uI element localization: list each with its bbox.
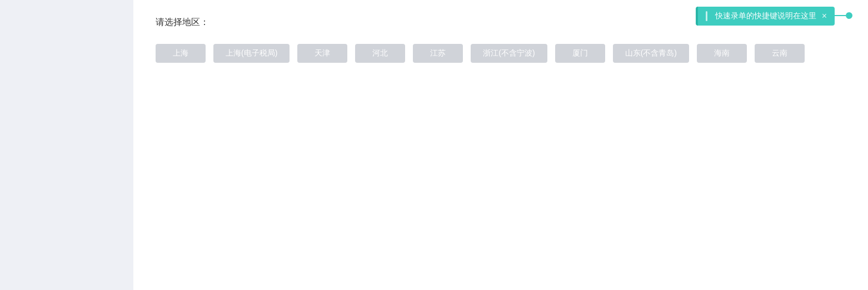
region-btn-7[interactable]: 山东(不含青岛) xyxy=(613,44,689,63)
tooltip-close-button[interactable]: × xyxy=(822,12,827,21)
main-content: 请选择地区： 上海上海(电子税局)天津河北江苏浙江(不含宁波)厦门山东(不含青岛… xyxy=(133,0,868,290)
connector-line xyxy=(835,15,846,16)
tooltip-banner: 快速录单的快捷键说明在这里 × xyxy=(696,7,835,26)
region-btn-4[interactable]: 江苏 xyxy=(413,44,463,63)
region-btn-0[interactable]: 上海 xyxy=(156,44,206,63)
region-btn-1[interactable]: 上海(电子税局) xyxy=(213,44,290,63)
region-btn-9[interactable]: 云南 xyxy=(755,44,805,63)
region-btn-2[interactable]: 天津 xyxy=(297,44,347,63)
connector-dot xyxy=(846,12,852,19)
region-btn-6[interactable]: 厦门 xyxy=(555,44,605,63)
tooltip-text: 快速录单的快捷键说明在这里 xyxy=(715,11,816,21)
bar-accent-icon xyxy=(706,11,707,21)
region-buttons-container: 上海上海(电子税局)天津河北江苏浙江(不含宁波)厦门山东(不含青岛)海南云南 xyxy=(156,44,846,63)
region-btn-8[interactable]: 海南 xyxy=(697,44,747,63)
region-btn-3[interactable]: 河北 xyxy=(355,44,405,63)
sidebar xyxy=(0,0,133,290)
region-btn-5[interactable]: 浙江(不含宁波) xyxy=(471,44,547,63)
